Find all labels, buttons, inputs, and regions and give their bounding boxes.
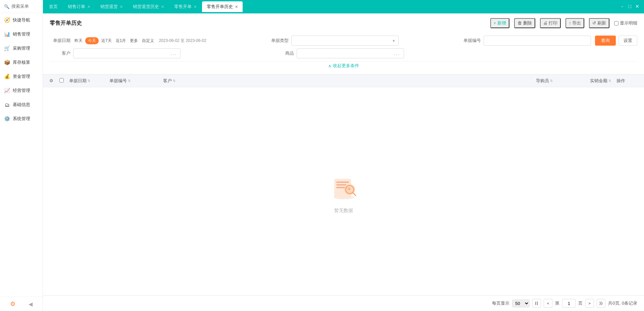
- th-amount-label: 实销金额: [590, 78, 607, 84]
- sys-mgmt-icon: ⚙️: [4, 116, 10, 122]
- finance-icon: 💰: [4, 73, 10, 80]
- purchase-mgmt-icon: 🛒: [4, 45, 10, 51]
- tab-sales-return-history[interactable]: 销货退货历史✕: [128, 1, 169, 12]
- page-label: 第: [555, 300, 559, 306]
- tab-close-sales-return-history[interactable]: ✕: [161, 5, 164, 9]
- goods-label: 商品: [273, 50, 297, 56]
- th-no[interactable]: 单据编号 ⇅: [107, 78, 160, 84]
- display-toggle[interactable]: 显示明细: [614, 20, 637, 26]
- delete-button[interactable]: 🗑 删除: [514, 18, 535, 28]
- select-all-checkbox-cell: [56, 78, 66, 84]
- add-button[interactable]: + 新增: [490, 18, 509, 28]
- empty-text: 暂无数据: [334, 208, 353, 214]
- sidebar-item-inventory[interactable]: 📦 库存核算: [0, 55, 43, 69]
- main: 首页销售订单✕销货退货✕销货退货历史✕零售开单✕零售开单历史✕ － □ ✕ 零售…: [43, 0, 644, 311]
- sales-mgmt-label: 销售管理: [13, 31, 30, 37]
- th-date[interactable]: 单据日期 ⇅: [66, 78, 107, 84]
- th-customer-label: 客户: [163, 78, 172, 84]
- sys-mgmt-label: 系统管理: [13, 116, 30, 122]
- close-button[interactable]: ✕: [635, 4, 639, 10]
- customer-dots-icon: ...: [170, 50, 177, 56]
- sidebar-search[interactable]: 🔍 搜索采单: [0, 0, 43, 13]
- setting-button[interactable]: 设置: [618, 36, 637, 46]
- doc-no-input[interactable]: [484, 36, 591, 46]
- refresh-button[interactable]: ↺ 刷新: [589, 18, 609, 28]
- maximize-button[interactable]: □: [629, 4, 631, 10]
- page-header: 零售开单历史 + 新增 🗑 删除 🖨 打印 ↑ 导出 ↺ 刷新 显示明细 单据日…: [43, 13, 644, 74]
- th-no-label: 单据编号: [109, 78, 127, 84]
- page-size-label: 每页显示: [492, 300, 509, 306]
- tab-close-sales-order[interactable]: ✕: [87, 5, 90, 9]
- doc-type-select[interactable]: ▾: [291, 36, 399, 46]
- toolbar: + 新增 🗑 删除 🖨 打印 ↑ 导出 ↺ 刷新 显示明细: [490, 18, 637, 28]
- date-range: 2023-06-02 至 2023-06-02: [159, 38, 206, 44]
- sidebar-footer: ⚙ ◀: [0, 297, 43, 311]
- customer-label: 客户: [50, 50, 73, 56]
- collapse-sidebar-icon[interactable]: ◀: [29, 301, 33, 307]
- print-button[interactable]: 🖨 打印: [540, 18, 561, 28]
- tab-label-sales-return-history: 销货退货历史: [133, 4, 159, 10]
- search-icon: 🔍: [4, 4, 9, 9]
- sidebar-item-quick-nav[interactable]: 🧭 快捷导航: [0, 13, 43, 27]
- last-page-button[interactable]: ⟩⟩: [597, 299, 605, 308]
- tab-close-retail-open[interactable]: ✕: [194, 5, 197, 9]
- tab-close-retail-open-history[interactable]: ✕: [235, 5, 238, 9]
- sidebar-item-purchase-mgmt[interactable]: 🛒 采购管理: [0, 41, 43, 55]
- table-container: ⚙ 单据日期 ⇅ 单据编号 ⇅ 客户 ⇅ 导购员 ⇅: [43, 74, 644, 295]
- date-btn-yesterday[interactable]: 昨天: [73, 37, 84, 44]
- operations-icon: 📈: [4, 88, 10, 94]
- th-customer[interactable]: 客户 ⇅: [160, 78, 533, 84]
- collapse-label: 收起更多条件: [333, 63, 359, 69]
- date-btn-more[interactable]: 更多: [129, 37, 139, 44]
- prev-page-button[interactable]: ＜: [544, 299, 552, 308]
- empty-state: 暂无数据: [43, 87, 644, 295]
- sort-icon-date: ⇅: [88, 79, 90, 83]
- next-page-button[interactable]: ＞: [585, 299, 594, 308]
- tab-sales-order[interactable]: 销售订单✕: [63, 1, 95, 12]
- finance-label: 资金管理: [13, 73, 30, 80]
- page-size-select[interactable]: 50 100 200: [512, 300, 530, 307]
- sidebar-item-operations[interactable]: 📈 经营管理: [0, 84, 43, 98]
- sort-icon-no: ⇅: [128, 79, 131, 83]
- column-settings-icon[interactable]: ⚙: [46, 78, 56, 83]
- tab-bar: 首页销售订单✕销货退货✕销货退货历史✕零售开单✕零售开单历史✕ － □ ✕: [43, 0, 644, 13]
- tab-retail-open-history[interactable]: 零售开单历史✕: [202, 1, 243, 12]
- date-btn-last_month[interactable]: 近1月: [114, 37, 128, 44]
- settings-icon[interactable]: ⚙: [10, 300, 15, 308]
- pagination: 每页显示 50 100 200 ⟨⟨ ＜ 第 页 ＞ ⟩⟩ 共0页, 0条记录: [43, 295, 644, 311]
- sidebar-search-label: 搜索采单: [11, 3, 29, 9]
- goods-select[interactable]: ...: [297, 48, 404, 58]
- chevron-up-icon: ∧: [328, 63, 332, 68]
- page-input[interactable]: [562, 299, 576, 308]
- sidebar-item-basic-info[interactable]: 🗂 基础信息: [0, 98, 43, 112]
- page-unit: 页: [578, 300, 583, 306]
- customer-select[interactable]: ...: [73, 48, 181, 58]
- date-btn-last7[interactable]: 近7天: [100, 37, 113, 44]
- sidebar-item-sales-mgmt[interactable]: 📊 销售管理: [0, 27, 43, 41]
- export-button[interactable]: ↑ 导出: [565, 18, 584, 28]
- th-date-label: 单据日期: [69, 78, 87, 84]
- minimize-button[interactable]: －: [620, 4, 625, 10]
- filter-row-date: 单据日期 昨天今天近7天近1月更多自定义 2023-06-02 至 2023-0…: [50, 36, 637, 46]
- collapse-button[interactable]: ∧ 收起更多条件: [328, 63, 359, 69]
- operations-label: 经营管理: [13, 88, 30, 94]
- query-button[interactable]: 查询: [595, 36, 616, 46]
- sidebar: 🔍 搜索采单 🧭 快捷导航 📊 销售管理 🛒 采购管理 📦 库存核算 💰 资金管…: [0, 0, 43, 311]
- sidebar-item-sys-mgmt[interactable]: ⚙️ 系统管理: [0, 112, 43, 126]
- sidebar-item-finance[interactable]: 💰 资金管理: [0, 69, 43, 84]
- tab-home[interactable]: 首页: [44, 1, 62, 12]
- date-btn-custom[interactable]: 自定义: [141, 37, 155, 44]
- th-amount[interactable]: 实销金额 ⇅: [574, 78, 614, 84]
- tab-retail-open[interactable]: 零售开单✕: [169, 1, 201, 12]
- tab-sales-return[interactable]: 销货退货✕: [96, 1, 128, 12]
- tab-close-sales-return[interactable]: ✕: [120, 5, 123, 9]
- sort-icon-amount: ⇅: [608, 79, 611, 83]
- select-all-checkbox[interactable]: [59, 78, 64, 83]
- date-btn-today[interactable]: 今天: [85, 37, 99, 44]
- display-checkbox[interactable]: [614, 21, 618, 25]
- th-guide[interactable]: 导购员 ⇅: [533, 78, 574, 84]
- display-label: 显示明细: [620, 20, 637, 26]
- first-page-button[interactable]: ⟨⟨: [532, 299, 541, 308]
- date-buttons: 昨天今天近7天近1月更多自定义: [73, 37, 155, 44]
- th-action: 操作: [614, 78, 641, 84]
